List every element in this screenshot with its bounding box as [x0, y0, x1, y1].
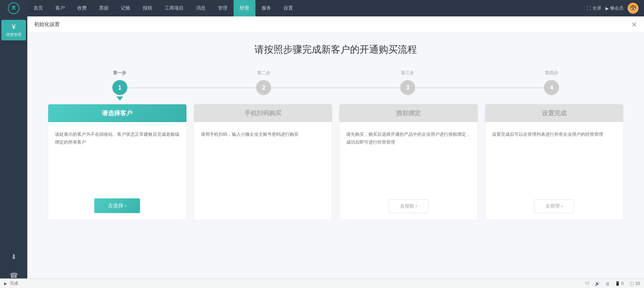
printer-icon: 🖨	[605, 281, 610, 286]
fullscreen-btn[interactable]: ⛶ 全屏	[587, 5, 601, 11]
card-2: 手机扫码购买请用手机扫码，输入小微企业主账号密码进行购买	[194, 104, 333, 220]
nav-item-工商项目[interactable]: 工商项目	[158, 0, 190, 16]
yen-icon: ¥	[12, 23, 15, 31]
content-body: 请按照步骤完成新客户的开通购买流程 第一步1›第二步2›第三步3›第四步4 请选…	[27, 33, 644, 288]
nav-items: 首页客户收费票据记账报税工商项目消息管理经营服务设置	[27, 0, 299, 16]
page-header: 初始化设置 ✕	[27, 16, 644, 33]
nav-item-设置[interactable]: 设置	[277, 0, 299, 16]
play-btn[interactable]: ▶	[4, 281, 7, 286]
card-header-2: 手机扫码购买	[194, 104, 332, 122]
card-footer-1: 去选择 ›	[48, 193, 186, 220]
avatar[interactable]: 🐯	[628, 3, 639, 14]
nav-item-管理[interactable]: 管理	[212, 0, 234, 16]
steps-container: 第一步1›第二步2›第三步3›第四步4	[48, 70, 624, 101]
volume-icon: 🔊	[595, 281, 600, 286]
nav-item-记账[interactable]: 记账	[115, 0, 137, 16]
steps: 第一步1›第二步2›第三步3›第四步4	[48, 70, 624, 101]
network-info: 📱 0	[615, 281, 624, 286]
card-3: 授权绑定请先购买，购买后选择开通的产品中的企业用户进行授权绑定，成功后即可进行经…	[339, 104, 478, 220]
step-circle-1: 1	[112, 80, 127, 95]
main-content: 初始化设置 ✕ 请按照步骤完成新客户的开通购买流程 第一步1›第二步2›第三步3…	[27, 16, 644, 288]
nav-item-服务[interactable]: 服务	[255, 0, 277, 16]
nav-item-票据[interactable]: 票据	[93, 0, 115, 16]
card-body-3: 请先购买，购买后选择开通的产品中的企业用户进行授权绑定，成功后即可进行经营管理	[339, 122, 478, 194]
sidebar-item-management[interactable]: ¥ 经营管理	[1, 20, 26, 40]
top-nav: 首页客户收费票据记账报税工商项目消息管理经营服务设置 ⛶ 全屏 ▶ 畅会员 🐯	[0, 0, 644, 16]
sidebar-item-label: 经营管理	[6, 32, 21, 37]
nav-item-收费[interactable]: 收费	[71, 0, 93, 16]
logo-icon	[8, 2, 20, 14]
card-btn-3[interactable]: 去授权 ›	[389, 199, 429, 213]
card-footer-2	[194, 208, 332, 220]
download-icon: ⬇	[11, 253, 17, 261]
nav-item-经营[interactable]: 经营	[234, 0, 255, 16]
nav-item-消息[interactable]: 消息	[190, 0, 212, 16]
card-btn-4[interactable]: 去管理 ›	[534, 199, 574, 213]
step-circle-3: 3	[400, 80, 415, 95]
nav-item-客户[interactable]: 客户	[49, 0, 71, 16]
fullscreen-label: 全屏	[592, 5, 601, 11]
sidebar: ¥ 经营管理 ⬇ ☎	[0, 16, 27, 288]
sidebar-item-download[interactable]: ⬇	[1, 248, 26, 265]
step-circle-2: 2	[256, 80, 271, 95]
step-4: 第四步4	[480, 70, 624, 95]
cards-row: 请选择客户该处展示的客户为不在回收站、客户状态正常建账后完成老板端绑定的所有客户…	[48, 104, 624, 220]
page-title: 初始化设置	[34, 21, 60, 28]
card-body-1: 该处展示的客户为不在回收站、客户状态正常建账后完成老板端绑定的所有客户	[48, 122, 186, 193]
step-label-1: 第一步	[113, 70, 126, 76]
top-nav-right: ⛶ 全屏 ▶ 畅会员 🐯	[587, 3, 644, 14]
logo	[0, 0, 27, 16]
play-icon: ▶	[605, 6, 609, 11]
step-label-4: 第四步	[545, 70, 558, 76]
step-label-3: 第三步	[401, 70, 414, 76]
status-text: 完成	[10, 280, 18, 286]
step-1: 第一步1›	[48, 70, 192, 101]
nav-item-首页[interactable]: 首页	[27, 0, 49, 16]
card-body-2: 请用手机扫码，输入小微企业主账号密码进行购买	[194, 122, 332, 208]
step-2: 第二步2›	[192, 70, 336, 95]
close-button[interactable]: ✕	[631, 21, 637, 29]
card-header-1: 请选择客户	[48, 104, 186, 122]
card-btn-1[interactable]: 去选择 ›	[94, 198, 140, 213]
status-bar: ▶ 完成 🛡 🔊 🖨 📱 0 🕙 10	[0, 278, 644, 288]
card-4: 设置完成设置完成后可以在管理列表进行所有企业用户的经营管理去管理 ›	[485, 104, 624, 220]
step-label-2: 第二步	[257, 70, 270, 76]
member-label: 畅会员	[610, 5, 624, 11]
fullscreen-icon: ⛶	[587, 6, 591, 11]
shield-icon: 🛡	[585, 281, 589, 286]
member-btn[interactable]: ▶ 畅会员	[605, 5, 624, 11]
card-header-3: 授权绑定	[339, 104, 478, 122]
card-footer-3: 去授权 ›	[339, 194, 478, 220]
main-heading: 请按照步骤完成新客户的开通购买流程	[254, 43, 417, 56]
card-header-4: 设置完成	[485, 104, 624, 122]
step-circle-4: 4	[544, 80, 559, 95]
nav-item-报税[interactable]: 报税	[137, 0, 158, 16]
card-body-4: 设置完成后可以在管理列表进行所有企业用户的经营管理	[485, 122, 624, 194]
card-footer-4: 去管理 ›	[485, 194, 624, 220]
step-3: 第三步3›	[336, 70, 480, 95]
card-1: 请选择客户该处展示的客户为不在回收站、客户状态正常建账后完成老板端绑定的所有客户…	[48, 104, 187, 220]
status-bar-right: 🛡 🔊 🖨 📱 0 🕙 10	[585, 281, 640, 286]
time-info: 🕙 10	[629, 281, 640, 286]
